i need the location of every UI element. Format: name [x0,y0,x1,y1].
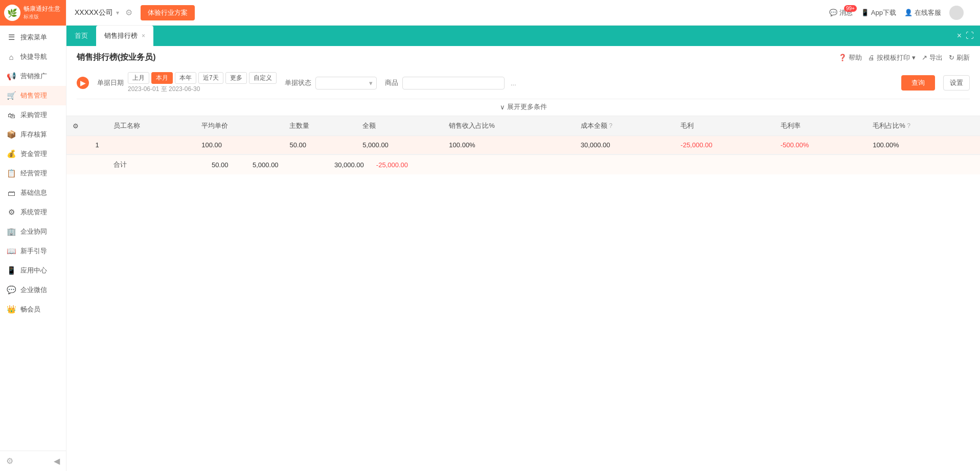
topbar: XXXXX公司 ▾ ⚙ 体验行业方案 💬 消息 99+ 📱 App下载 👤 在线… [66,0,980,26]
sidebar-item-operations[interactable]: 📋 经营管理 [0,164,66,183]
sidebar-item-enterprise[interactable]: 🏢 企业协同 [0,222,66,241]
sidebar-label-finance: 资金管理 [20,149,47,159]
cost-help-icon[interactable]: ? [609,122,612,129]
th-gross-rate: 毛利率 [774,116,867,136]
date-filter-controls: 上月 本月 本年 近7天 更多 自定义 2023-06-01 至 2023-06… [128,72,277,94]
expand-more-conditions-btn[interactable]: ∨ 展开更多条件 [500,102,547,111]
print-icon: 🖨 [868,54,875,61]
settings-footer-icon[interactable]: ⚙ [6,456,13,466]
tab-maximize-icon[interactable]: ⛶ [966,31,974,40]
sidebar-item-basic[interactable]: 🗃 基础信息 [0,183,66,203]
export-label: 导出 [929,53,943,62]
sidebar-item-search-order[interactable]: ☰ 搜索菜单 [0,28,66,47]
topbar-right: 💬 消息 99+ 📱 App下载 👤 在线客服 [829,6,972,20]
row-rank-0: 1 [87,136,107,154]
gross-pct-help-icon[interactable]: ? [907,122,910,129]
sidebar-icon-search-order: ☰ [6,33,16,42]
sidebar-item-sales[interactable]: 🛒 销售管理 [0,86,66,105]
status-select-wrap [315,77,377,89]
date-btn-last-month[interactable]: 上月 [128,72,149,84]
row-employee-0 [107,136,195,154]
row-cost-0: 30,000.00 [575,136,675,154]
sidebar-item-wechat[interactable]: 💬 企业微信 [0,280,66,300]
sidebar-label-guide: 新手引导 [20,246,47,256]
filter-settings-btn[interactable]: 设置 [943,75,970,91]
row-gross-rate-0: -500.00% [774,136,867,154]
message-badge: 99+ [844,5,857,12]
page-actions: ❓ 帮助 🖨 按模板打印 ▾ ↗ 导出 ↻ 刷新 [838,53,970,62]
date-btn-custom[interactable]: 自定义 [249,72,277,84]
footer-cost: 30,000.00 [328,161,370,169]
sidebar-label-sales: 销售管理 [20,91,47,100]
user-avatar[interactable] [949,6,964,20]
app-download-btn[interactable]: 📱 App下载 [861,8,896,17]
th-settings[interactable]: ⚙ [66,116,87,136]
service-icon: 👤 [904,9,913,16]
sidebar-item-finance[interactable]: 💰 资金管理 [0,144,66,164]
th-gross: 毛利 [674,116,774,136]
refresh-label: 刷新 [956,53,970,62]
sidebar-label-basic: 基础信息 [20,188,47,197]
status-filter-group: 单据状态 [285,77,377,89]
sidebar-item-apps[interactable]: 📱 应用中心 [0,261,66,280]
sidebar-footer: ⚙ ◀ [0,451,66,471]
sidebar-logo: 🌿 畅康通好生意 标准版 [0,0,66,26]
company-dropdown-icon: ▾ [116,9,119,16]
row-amount-0: 5,000.00 [356,136,443,154]
tab-home[interactable]: 首页 [66,26,96,46]
sidebar-icon-system: ⚙ [6,208,16,217]
sidebar-item-inventory[interactable]: 📦 库存核算 [0,125,66,144]
company-selector[interactable]: XXXXX公司 ▾ [75,8,119,17]
status-select[interactable] [315,77,377,89]
expand-chevron-icon: ∨ [500,103,505,111]
sidebar-item-system[interactable]: ⚙ 系统管理 [0,203,66,222]
goods-filter-more[interactable]: ... [511,79,516,87]
sidebar-label-quick-nav: 快捷导航 [20,52,47,61]
sidebar: 🌿 畅康通好生意 标准版 ☰ 搜索菜单 ⌂ 快捷导航 📢 营销推广 🛒 销售管理… [0,0,66,471]
trial-btn[interactable]: 体验行业方案 [141,5,195,20]
print-btn[interactable]: 🖨 按模板打印 ▾ [868,53,916,62]
date-btn-this-month[interactable]: 本月 [151,72,173,84]
service-label: 在线客服 [915,8,941,17]
main-area: XXXXX公司 ▾ ⚙ 体验行业方案 💬 消息 99+ 📱 App下载 👤 在线… [66,0,980,471]
sidebar-label-enterprise: 企业协同 [20,227,47,236]
help-label: 帮助 [849,53,862,62]
th-qty: 主数量 [283,116,356,136]
tab-sales-ranking[interactable]: 销售排行榜 × [96,26,153,46]
tab-close-icon[interactable]: × [142,32,145,39]
date-filter-group: 单据日期 上月 本月 本年 近7天 更多 自定义 2023-06-01 至 20… [97,72,277,94]
tab-bar: 首页 销售排行榜 × × ⛶ [66,26,980,46]
sidebar-item-member[interactable]: 👑 畅会员 [0,300,66,319]
message-btn[interactable]: 💬 消息 99+ [829,8,853,17]
refresh-btn[interactable]: ↻ 刷新 [949,53,970,62]
date-btn-this-year[interactable]: 本年 [175,72,196,84]
th-employee: 员工名称 [107,116,195,136]
refresh-icon: ↻ [949,54,954,61]
sidebar-label-marketing: 营销推广 [20,72,47,81]
th-gross-pct: 毛利占比% ? [867,116,980,136]
export-btn[interactable]: ↗ 导出 [922,53,943,62]
date-range-display: 2023-06-01 至 2023-06-30 [128,85,277,94]
sidebar-item-quick-nav[interactable]: ⌂ 快捷导航 [0,47,66,66]
sidebar-item-purchase[interactable]: 🛍 采购管理 [0,105,66,125]
home-tab-label: 首页 [75,31,88,40]
goods-filter-input[interactable] [402,77,505,89]
footer-amount: 5,000.00 [246,161,287,169]
sales-ranking-tab-label: 销售排行榜 [104,31,138,40]
date-btn-more[interactable]: 更多 [225,72,247,84]
topbar-gear-icon[interactable]: ⚙ [125,8,132,17]
help-btn[interactable]: ❓ 帮助 [838,53,862,62]
collapse-sidebar-icon[interactable]: ◀ [54,456,60,466]
filter-expand-btn[interactable]: ▶ [77,77,89,89]
date-btn-7days[interactable]: 近7天 [198,72,223,84]
sidebar-item-guide[interactable]: 📖 新手引导 [0,241,66,261]
th-avg-price: 平均单价 [195,116,283,136]
query-btn[interactable]: 查询 [901,75,935,91]
sidebar-nav: ☰ 搜索菜单 ⌂ 快捷导航 📢 营销推广 🛒 销售管理 🛍 采购管理 📦 库存核… [0,26,66,451]
tab-minimize-icon[interactable]: × [957,31,962,40]
company-name: XXXXX公司 [75,8,113,17]
online-service-btn[interactable]: 👤 在线客服 [904,8,941,17]
footer-total-label: 合计 [113,160,165,169]
th-sales-pct: 销售收入占比% [443,116,574,136]
sidebar-item-marketing[interactable]: 📢 营销推广 [0,66,66,86]
